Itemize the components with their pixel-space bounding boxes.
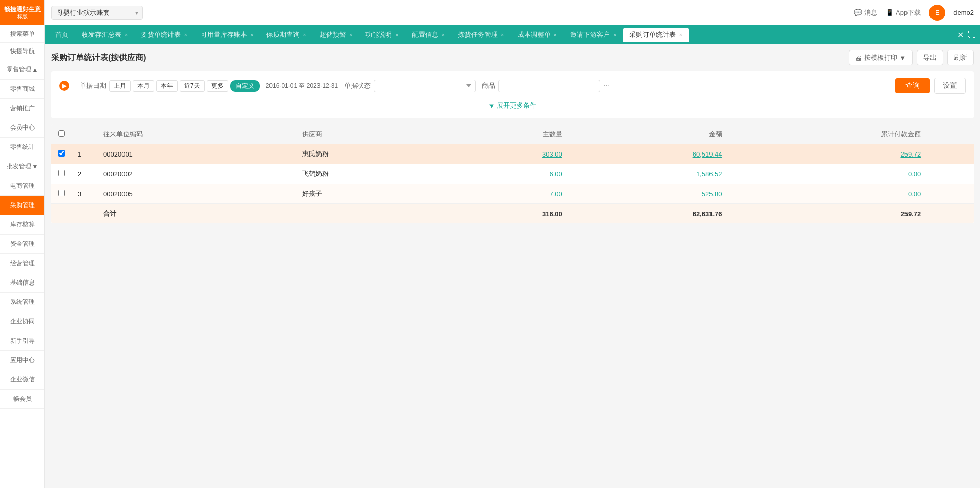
row-paid-amount-1[interactable]: 259.72 xyxy=(728,144,927,164)
sidebar-item-member[interactable]: 会员中心 xyxy=(0,118,44,138)
setting-button[interactable]: 设置 xyxy=(934,78,966,94)
row-supplier-code-3: 00020005 xyxy=(97,184,296,204)
app-download-button[interactable]: 📱 App下载 xyxy=(886,8,921,17)
tab-expiry-query[interactable]: 保质期查询 × xyxy=(260,28,312,42)
tab-close-order-summary[interactable]: × xyxy=(184,32,187,38)
sidebar-item-shop[interactable]: 零售商城 xyxy=(0,80,44,99)
sidebar-item-newbie[interactable]: 新手引导 xyxy=(0,331,44,351)
sidebar-item-appcenter[interactable]: 应用中心 xyxy=(0,351,44,370)
checkbox-1[interactable] xyxy=(58,150,65,157)
date-btn-this-month[interactable]: 本月 xyxy=(133,80,154,92)
table-row: 3 00020005 好孩子 7.00 525.80 0.00 xyxy=(51,184,974,204)
sidebar-item-wechat[interactable]: 企业微信 xyxy=(0,370,44,390)
checkbox-3[interactable] xyxy=(58,190,65,196)
filter-bar: ▶ 单据日期 上月 本月 本年 近7天 更多 自定义 2016-01-01 至 … xyxy=(51,71,974,118)
tab-overstock-warning[interactable]: 超储预警 × xyxy=(313,28,358,42)
row-amount-2[interactable]: 1,586.52 xyxy=(569,164,728,184)
sidebar-item-finance[interactable]: 资金管理 xyxy=(0,235,44,254)
tab-close-pick-task[interactable]: × xyxy=(501,32,504,38)
row-checkbox-1[interactable] xyxy=(51,144,71,164)
workspace-selector[interactable]: 母婴行业演示账套 xyxy=(51,6,143,20)
tab-close-invite-downstream[interactable]: × xyxy=(613,32,616,38)
username-label[interactable]: demo2 xyxy=(953,9,974,16)
tab-available-stock[interactable]: 可用量库存账本 × xyxy=(194,28,259,42)
filter-toggle-arrow[interactable]: ▶ xyxy=(59,81,69,91)
user-avatar[interactable]: E xyxy=(929,5,945,21)
data-table: 往来单位编码 供应商 主数量 金额 累计付款金额 1 00020001 惠氏奶粉… xyxy=(51,124,974,223)
tab-order-summary[interactable]: 要货单统计表 × xyxy=(135,28,193,42)
date-filter-group: 单据日期 上月 本月 本年 近7天 更多 自定义 xyxy=(80,80,260,92)
th-num xyxy=(71,124,97,144)
date-btn-last-month[interactable]: 上月 xyxy=(109,80,131,92)
tab-invite-downstream[interactable]: 邀请下游客户 × xyxy=(564,28,622,42)
sidebar-item-marketing[interactable]: 营销推广 xyxy=(0,99,44,118)
row-paid-amount-2[interactable]: 0.00 xyxy=(728,164,927,184)
tab-close-func-desc[interactable]: × xyxy=(395,32,398,38)
sidebar-item-base[interactable]: 基础信息 xyxy=(0,273,44,293)
sidebar-item-purchase[interactable]: 采购管理 xyxy=(0,196,44,215)
tab-receive-summary[interactable]: 收发存汇总表 × xyxy=(76,28,134,42)
row-main-qty-3[interactable]: 7.00 xyxy=(444,184,569,204)
sidebar-item-quicknav[interactable]: 快捷导航 xyxy=(0,43,44,60)
close-all-tabs-button[interactable]: ✕ xyxy=(957,30,964,40)
content-area: 采购订单统计表(按供应商) 🖨 按模板打印 ▼ 导出 刷新 ▶ 单据日期 xyxy=(45,44,980,488)
refresh-button[interactable]: 刷新 xyxy=(947,50,974,65)
date-quick-btns: 上月 本月 本年 近7天 更多 自定义 xyxy=(109,80,260,92)
sidebar-item-vip[interactable]: 畅会员 xyxy=(0,390,44,409)
row-checkbox-3[interactable] xyxy=(51,184,71,204)
expand-filter-button[interactable]: ▼ 展开更多条件 xyxy=(484,99,541,112)
row-paid-amount-3[interactable]: 0.00 xyxy=(728,184,927,204)
select-all-checkbox[interactable] xyxy=(58,130,65,137)
sidebar-item-stock[interactable]: 库存核算 xyxy=(0,215,44,235)
sidebar-item-retail-stat[interactable]: 零售统计 xyxy=(0,138,44,157)
tab-purchase-summary[interactable]: 采购订单统计表 × xyxy=(623,28,688,42)
maximize-button[interactable]: ⛶ xyxy=(968,30,976,39)
row-checkbox-2[interactable] xyxy=(51,164,71,184)
date-btn-more[interactable]: 更多 xyxy=(207,80,228,92)
tab-close-cost-adjust[interactable]: × xyxy=(554,32,557,38)
tab-cost-adjust[interactable]: 成本调整单 × xyxy=(511,28,563,42)
row-main-qty-1[interactable]: 303.00 xyxy=(444,144,569,164)
tab-func-desc[interactable]: 功能说明 × xyxy=(359,28,404,42)
tab-close-purchase-summary[interactable]: × xyxy=(679,32,682,38)
sidebar-item-search[interactable]: 搜索菜单 xyxy=(0,25,44,43)
row-num-2: 2 xyxy=(71,164,97,184)
tab-config-info[interactable]: 配置信息 × xyxy=(406,28,451,42)
tab-home[interactable]: 首页 xyxy=(49,28,75,42)
row-amount-1[interactable]: 60,519.44 xyxy=(569,144,728,164)
footer-main-qty: 316.00 xyxy=(444,204,569,224)
checkbox-2[interactable] xyxy=(58,170,65,176)
goods-input[interactable] xyxy=(498,80,600,92)
tab-close-config-info[interactable]: × xyxy=(442,32,445,38)
sidebar-item-system[interactable]: 系统管理 xyxy=(0,293,44,312)
tab-close-overstock-warning[interactable]: × xyxy=(349,32,352,38)
row-main-qty-2[interactable]: 6.00 xyxy=(444,164,569,184)
tab-close-receive-summary[interactable]: × xyxy=(125,32,128,38)
sidebar-item-retail[interactable]: 零售管理▲ xyxy=(0,60,44,80)
table-row: 1 00020001 惠氏奶粉 303.00 60,519.44 259.72 xyxy=(51,144,974,164)
table-footer-row: 合计 316.00 62,631.76 259.72 xyxy=(51,204,974,224)
date-btn-this-year[interactable]: 本年 xyxy=(156,80,178,92)
sidebar-item-batch[interactable]: 批发管理▼ xyxy=(0,157,44,176)
print-dropdown-icon: ▼ xyxy=(899,54,906,62)
print-button[interactable]: 🖨 按模板打印 ▼ xyxy=(849,50,913,65)
tab-pick-task[interactable]: 拣货任务管理 × xyxy=(452,28,510,42)
status-select[interactable] xyxy=(374,80,476,92)
row-amount-3[interactable]: 525.80 xyxy=(569,184,728,204)
goods-more-btn[interactable]: ··· xyxy=(603,81,610,90)
export-button[interactable]: 导出 xyxy=(917,50,943,65)
tab-close-expiry-query[interactable]: × xyxy=(303,32,306,38)
tabbar-actions: ✕ ⛶ xyxy=(957,30,976,40)
sidebar-item-collab[interactable]: 企业协同 xyxy=(0,312,44,331)
row-supplier-name-1: 惠氏奶粉 xyxy=(296,144,444,164)
tab-close-available-stock[interactable]: × xyxy=(250,32,253,38)
filter-row-1: ▶ 单据日期 上月 本月 本年 近7天 更多 自定义 2016-01-01 至 … xyxy=(59,78,966,94)
th-main-qty: 主数量 xyxy=(444,124,569,144)
message-button[interactable]: 💬 消息 xyxy=(854,8,877,17)
sidebar-item-ecom[interactable]: 电商管理 xyxy=(0,176,44,196)
date-btn-7days[interactable]: 近7天 xyxy=(180,80,205,92)
topbar-right: 💬 消息 📱 App下载 E demo2 xyxy=(854,5,974,21)
query-button[interactable]: 查询 xyxy=(895,78,930,93)
sidebar-item-ops[interactable]: 经营管理 xyxy=(0,254,44,273)
date-btn-custom[interactable]: 自定义 xyxy=(230,80,260,92)
